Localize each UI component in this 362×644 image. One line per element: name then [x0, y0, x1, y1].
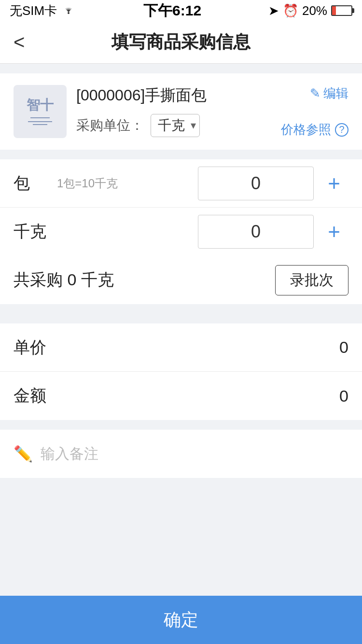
price-ref-button[interactable]: 价格参照 ?	[281, 121, 348, 138]
divider-2	[0, 304, 362, 314]
time-display: 下午6:12	[143, 1, 201, 21]
price-value: 0	[339, 338, 348, 357]
carrier-text: 无SIM卡	[10, 2, 57, 19]
amount-label: 金额	[14, 385, 46, 407]
battery-text: 20%	[302, 3, 327, 18]
kg-label: 千克	[14, 221, 52, 243]
status-right: ➤ ⏰ 20%	[268, 3, 352, 18]
summary-row: 共采购 0 千克 录批次	[0, 256, 362, 304]
battery-icon	[331, 5, 352, 16]
price-label: 单价	[14, 336, 46, 359]
amount-row: 金额 0	[0, 372, 362, 420]
bao-label: 包	[14, 172, 52, 195]
price-ref-icon: ?	[335, 123, 348, 137]
batch-button[interactable]: 录批次	[275, 265, 348, 295]
page-title: 填写商品采购信息	[111, 30, 251, 54]
unit-label: 采购单位：	[76, 116, 144, 135]
status-bar: 无SIM卡 下午6:12 ➤ ⏰ 20%	[0, 0, 362, 21]
product-card: 智十 [0000006]手撕面包 采购单位： 千克 ✎ 编辑 价格参照 ?	[0, 73, 362, 150]
product-name: [0000006]手撕面包	[76, 85, 348, 106]
info-section: 单价 0 金额 0	[0, 323, 362, 420]
summary-text: 共采购 0 千克	[14, 269, 114, 291]
price-row: 单价 0	[0, 323, 362, 372]
edit-icon: ✎	[310, 86, 320, 101]
confirm-button[interactable]: 确定	[0, 596, 362, 644]
edit-label: 编辑	[323, 85, 348, 102]
kg-plus-button[interactable]: +	[320, 215, 348, 249]
confirm-label: 确定	[164, 608, 198, 632]
bao-input-group: +	[198, 167, 348, 200]
kg-input-group: +	[198, 215, 348, 249]
notes-section[interactable]: ✏️ 输入备注	[0, 430, 362, 478]
location-icon: ➤	[268, 3, 279, 18]
input-section: 包 1包=10千克 + 千克 +	[0, 159, 362, 256]
unit-select-wrapper[interactable]: 千克	[151, 114, 200, 137]
bao-plus-button[interactable]: +	[320, 167, 348, 200]
wifi-icon	[61, 3, 76, 18]
bao-sublabel: 1包=10千克	[57, 176, 198, 191]
edit-button[interactable]: ✎ 编辑	[310, 85, 348, 102]
bao-row: 包 1包=10千克 +	[0, 159, 362, 208]
notes-placeholder: 输入备注	[41, 444, 98, 464]
product-logo: 智十	[27, 96, 54, 114]
back-button[interactable]: <	[14, 31, 25, 53]
status-left: 无SIM卡	[10, 2, 76, 19]
amount-value: 0	[339, 387, 348, 406]
bao-input[interactable]	[198, 167, 314, 200]
price-ref-label: 价格参照	[281, 121, 331, 138]
kg-row: 千克 +	[0, 208, 362, 256]
pencil-icon: ✏️	[14, 445, 33, 463]
svg-point-0	[68, 12, 70, 14]
kg-input[interactable]	[198, 215, 314, 249]
nav-bar: < 填写商品采购信息	[0, 21, 362, 64]
alarm-icon: ⏰	[283, 3, 298, 18]
product-thumbnail: 智十	[14, 85, 67, 138]
divider-1	[0, 150, 362, 159]
unit-select[interactable]: 千克	[151, 114, 200, 137]
